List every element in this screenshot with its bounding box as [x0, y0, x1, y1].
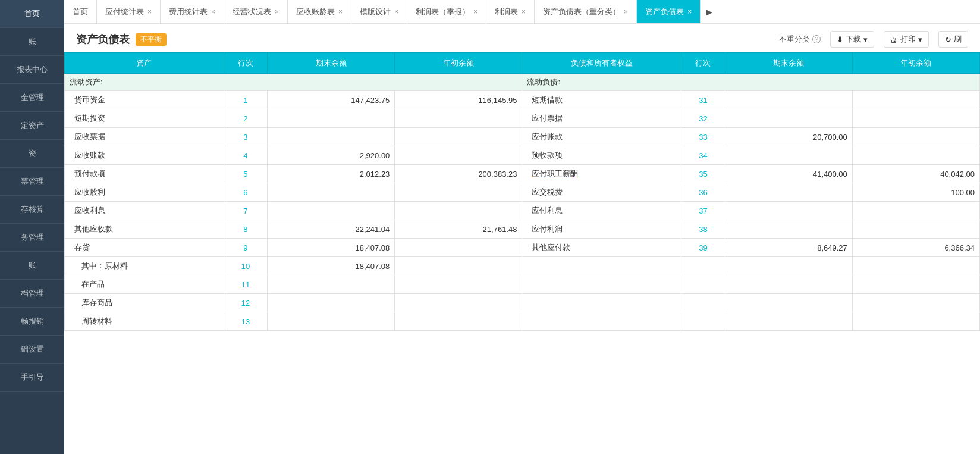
liab-label: 短期借款 — [522, 91, 681, 109]
tab-close-income-quarterly[interactable]: × — [473, 8, 478, 16]
liab-label: 应付账款 — [522, 128, 681, 146]
row-num: 2 — [224, 109, 268, 128]
refresh-button[interactable]: ↻ 刷 — [938, 31, 968, 48]
tab-close-expense-stats[interactable]: × — [211, 8, 215, 16]
page-title-area: 资产负债表 不平衡 — [76, 32, 167, 46]
tab-bar: 首页 应付统计表 × 费用统计表 × 经营状况表 × 应收账龄表 × 模版设计 … — [64, 0, 980, 24]
sidebar-item-bill-mgmt[interactable]: 票管理 — [0, 168, 64, 196]
asset-sub-label: 库存商品 — [65, 294, 224, 312]
liab-end-balance — [725, 312, 852, 331]
tab-close-operation-status[interactable]: × — [275, 8, 279, 16]
table-row: 应收账款 4 2,920.00 预收款项 34 — [65, 146, 980, 165]
tab-income-statement[interactable]: 利润表 × — [486, 0, 535, 24]
liab-year-start — [852, 220, 979, 239]
year-start — [395, 109, 522, 128]
tab-close-balance-sheet[interactable]: × — [687, 8, 692, 16]
row-num: 1 — [224, 91, 268, 109]
tab-income-quarterly[interactable]: 利润表（季报） × — [407, 0, 486, 24]
print-button[interactable]: 🖨 打印 ▾ — [884, 31, 929, 48]
liab-row-num — [681, 312, 725, 331]
liab-row-num — [681, 294, 725, 312]
tab-close-receivable-aging[interactable]: × — [338, 8, 343, 16]
download-chevron-icon: ▾ — [863, 35, 868, 44]
year-start: 21,761.48 — [395, 220, 522, 239]
liab-year-start — [852, 146, 979, 165]
tab-close-template-design[interactable]: × — [394, 8, 398, 16]
liab-year-start — [852, 91, 979, 109]
col-liab-equity: 负债和所有者权益 — [522, 53, 681, 74]
asset-sub-label: 周转材料 — [65, 312, 224, 331]
row-num: 10 — [224, 257, 268, 275]
tab-balance-reclassified[interactable]: 资产负债表（重分类） × — [535, 0, 637, 24]
tab-receivable-aging[interactable]: 应收账龄表 × — [288, 0, 351, 24]
main-area: 首页 应付统计表 × 费用统计表 × 经营状况表 × 应收账龄表 × 模版设计 … — [64, 0, 980, 454]
sidebar-item-guide[interactable]: 手引导 — [0, 364, 64, 392]
asset-label: 应收利息 — [65, 202, 224, 220]
table-row: 其他应收款 8 22,241.04 21,761.48 应付利润 38 — [65, 220, 980, 239]
liab-label — [522, 275, 681, 294]
sidebar-item-inventory[interactable]: 存核算 — [0, 196, 64, 224]
year-start — [395, 202, 522, 220]
asset-label: 应收票据 — [65, 128, 224, 146]
row-num: 13 — [224, 312, 268, 331]
table-row: 应收利息 7 应付利息 37 — [65, 202, 980, 220]
sidebar-item-settings[interactable]: 础设置 — [0, 336, 64, 364]
tab-scroll-right[interactable]: ▶ — [701, 0, 717, 24]
no-reclassify-option[interactable]: 不重分类 ? — [779, 34, 821, 45]
tab-close-income-statement[interactable]: × — [522, 8, 526, 16]
year-start — [395, 257, 522, 275]
sidebar-item-ledger[interactable]: 账 — [0, 28, 64, 56]
sidebar-item-capital[interactable]: 资 — [0, 140, 64, 168]
download-button[interactable]: ⬇ 下载 ▾ — [830, 31, 874, 48]
tab-close-payable-stats[interactable]: × — [147, 8, 152, 16]
tab-close-balance-reclassified[interactable]: × — [624, 8, 628, 16]
tab-balance-sheet[interactable]: 资产负债表 × — [637, 0, 701, 24]
refresh-icon: ↻ — [945, 35, 951, 44]
liab-label: 应付票据 — [522, 109, 681, 128]
sidebar-item-fund-mgmt[interactable]: 金管理 — [0, 84, 64, 112]
sidebar-item-expense[interactable]: 畅报销 — [0, 308, 64, 336]
row-num: 8 — [224, 220, 268, 239]
table-row: 应收票据 3 应付账款 33 20,700.00 — [65, 128, 980, 146]
year-start: 116,145.95 — [395, 91, 522, 109]
liab-row-num: 34 — [681, 146, 725, 165]
liab-year-start: 6,366.34 — [852, 239, 979, 257]
liab-end-balance — [725, 146, 852, 165]
year-start — [395, 128, 522, 146]
tab-payable-stats[interactable]: 应付统计表 × — [97, 0, 161, 24]
end-balance: 2,920.00 — [268, 146, 395, 165]
print-chevron-icon: ▾ — [918, 35, 922, 44]
tab-home[interactable]: 首页 — [64, 0, 97, 24]
sidebar-item-account2[interactable]: 账 — [0, 252, 64, 280]
liab-row-num: 35 — [681, 165, 725, 183]
liab-label: 应付利润 — [522, 220, 681, 239]
liab-label: 应付职工薪酬 — [522, 165, 681, 183]
tab-operation-status[interactable]: 经营状况表 × — [224, 0, 288, 24]
sidebar-item-fixed-assets[interactable]: 定资产 — [0, 112, 64, 140]
tab-expense-stats[interactable]: 费用统计表 × — [161, 0, 224, 24]
row-num: 7 — [224, 202, 268, 220]
liab-year-start — [852, 294, 979, 312]
asset-label: 预付款项 — [65, 165, 224, 183]
liab-end-balance — [725, 257, 852, 275]
print-icon: 🖨 — [890, 35, 898, 44]
help-icon: ? — [812, 35, 821, 43]
year-start — [395, 312, 522, 331]
end-balance: 147,423.75 — [268, 91, 395, 109]
liab-year-start — [852, 275, 979, 294]
year-start — [395, 146, 522, 165]
tab-template-design[interactable]: 模版设计 × — [351, 0, 407, 24]
asset-label: 短期投资 — [65, 109, 224, 128]
sidebar-item-report-center[interactable]: 报表中心 — [0, 56, 64, 84]
end-balance: 18,407.08 — [268, 239, 395, 257]
liab-year-start — [852, 312, 979, 331]
sidebar: 首页 账 报表中心 金管理 定资产 资 票管理 存核算 务管理 账 档管理 畅报… — [0, 0, 64, 454]
sidebar-item-home[interactable]: 首页 — [0, 0, 64, 28]
asset-sub-label: 其中：原材料 — [65, 257, 224, 275]
sidebar-item-tax-mgmt[interactable]: 务管理 — [0, 224, 64, 252]
liab-row-num: 31 — [681, 91, 725, 109]
sidebar-item-archive[interactable]: 档管理 — [0, 280, 64, 308]
end-balance — [268, 312, 395, 331]
liab-label: 其他应付款 — [522, 239, 681, 257]
row-num: 9 — [224, 239, 268, 257]
